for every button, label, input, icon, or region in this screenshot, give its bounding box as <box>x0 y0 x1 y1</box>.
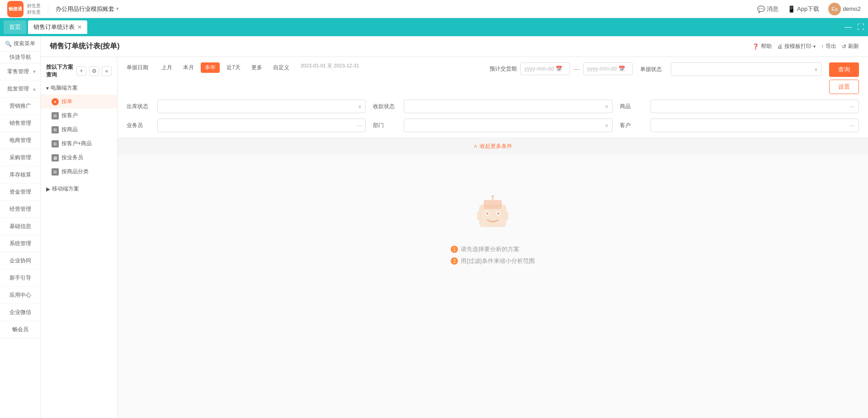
template-print-btn[interactable]: 🖨 按模板打印 ▾ <box>777 43 816 50</box>
sidebar-item-wechat[interactable]: 企业微信 <box>0 304 40 321</box>
sidebar-item-enterprise[interactable]: 企业协同 <box>0 252 40 270</box>
expected-date-field: 预计交货期 yyyy-mm-dd 📅 — yyyy-mm-dd 📅 <box>490 62 633 75</box>
scheme-settings-btn[interactable]: ⚙ <box>89 66 99 76</box>
message-icon: 💬 <box>757 5 765 13</box>
refresh-btn[interactable]: ↺ 刷新 <box>842 43 859 50</box>
scheme-item-by-category[interactable]: ⊞ 按商品分类 <box>41 165 117 179</box>
ship-status-arrow: ∨ <box>358 104 362 109</box>
sidebar-nav[interactable]: 快捷导航 <box>0 52 40 63</box>
empty-tip-2: 2 用[过滤]条件来缩小分析范围 <box>451 257 534 265</box>
sidebar-item-wholesale[interactable]: 批发管理 ▲ <box>0 81 40 98</box>
empty-state: 1 请先选择要分析的方案 2 用[过滤]条件来缩小分析范围 <box>118 155 868 301</box>
sidebar-item-purchase[interactable]: 采购管理 <box>0 149 40 166</box>
sidebar-item-newbie[interactable]: 新手引导 <box>0 270 40 287</box>
date-btn-7days[interactable]: 近7天 <box>222 62 245 73</box>
scheme-item-by-product[interactable]: ⊞ 按商品 <box>41 123 117 137</box>
action-buttons: 查询 设置 <box>829 62 859 94</box>
tab-sales-order-stats[interactable]: 销售订单统计表 ✕ <box>28 20 87 34</box>
collapse-bar[interactable]: ∧ 收起更多条件 <box>118 138 868 155</box>
calendar-icon-to: 📅 <box>618 66 625 72</box>
filter-top: 单据日期 上月 本月 本年 近7天 更多 自定义 2023-01-0 <box>118 57 868 138</box>
avatar: Ea <box>828 3 841 15</box>
scheme-item-by-salesperson[interactable]: ▦ 按业务员 <box>41 151 117 165</box>
salesperson-select[interactable]: ··· <box>157 119 366 132</box>
collapse-arrow: ∧ <box>473 143 479 149</box>
svg-rect-8 <box>477 211 481 220</box>
export-btn[interactable]: ↑ 导出 <box>821 43 836 50</box>
sidebar-item-marketing[interactable]: 营销推广 <box>0 98 40 115</box>
tab-maximize-btn[interactable]: ⛶ <box>857 23 864 31</box>
sidebar-item-finance[interactable]: 资金管理 <box>0 184 40 201</box>
sidebar-item-basic[interactable]: 基础信息 <box>0 218 40 235</box>
query-button[interactable]: 查询 <box>829 62 859 77</box>
sidebar-arrow-retail: ▼ <box>32 69 37 74</box>
scheme-item-by-order[interactable]: ● 按单 <box>41 95 117 109</box>
product-field: 商品 ··· <box>620 100 859 113</box>
export-icon: ↑ <box>821 43 824 50</box>
order-status-select[interactable]: ∨ <box>671 62 822 76</box>
empty-illustration <box>470 191 515 236</box>
search-icon: 🔍 <box>5 41 12 47</box>
sidebar-item-ecommerce[interactable]: 电商管理 <box>0 132 40 149</box>
help-btn[interactable]: ❓ 帮助 <box>752 43 772 50</box>
scheme-pc-section[interactable]: ▾ 电脑端方案 <box>41 81 117 95</box>
department-arrow: ∨ <box>605 123 609 128</box>
ship-status-select[interactable]: ∨ <box>157 100 366 113</box>
empty-tips: 1 请先选择要分析的方案 2 用[过滤]条件来缩小分析范围 <box>451 245 534 265</box>
scheme-item-by-customer[interactable]: ⊞ 按客户 <box>41 109 117 123</box>
download-icon: 📱 <box>788 5 795 13</box>
message-btn[interactable]: 💬 消息 <box>757 5 778 13</box>
tab-bar: 首页 销售订单统计表 ✕ — ⛶ <box>0 18 868 36</box>
svg-rect-9 <box>505 211 509 220</box>
refresh-icon: ↺ <box>842 43 846 50</box>
product-select[interactable]: ··· <box>651 100 859 113</box>
scheme-icon-by-product: ⊞ <box>52 126 59 133</box>
app-download-btn[interactable]: 📱 App下载 <box>788 5 819 13</box>
sidebar-arrow-wholesale: ▲ <box>32 86 37 91</box>
scheme-item-by-customer-product[interactable]: ⊞ 按客户+商品 <box>41 137 117 151</box>
sidebar-item-member[interactable]: 畅会员 <box>0 321 40 338</box>
department-select[interactable]: ∨ <box>404 119 612 132</box>
tab-close-btn[interactable]: ✕ <box>77 24 82 30</box>
payment-status-select[interactable]: ∨ <box>404 100 612 113</box>
date-btn-more[interactable]: 更多 <box>247 62 266 73</box>
department-field: 部门 ∨ <box>373 119 612 132</box>
date-btn-this-year[interactable]: 本年 <box>201 62 220 73</box>
scheme-collapse-btn[interactable]: « <box>102 66 112 76</box>
salesperson-dots: ··· <box>357 122 362 129</box>
tab-minimize-btn[interactable]: — <box>844 23 852 31</box>
top-bar-left: 畅捷通 好生意 好生意 办公用品行业模拟账套 ▾ <box>7 1 119 17</box>
settings-button[interactable]: 设置 <box>829 80 859 94</box>
body-area: 按以下方案查询 + ⚙ « ▾ 电脑端方案 ● 按单 <box>41 57 868 418</box>
scheme-icon-by-customer: ⊞ <box>52 112 59 119</box>
single-date-field: 单据日期 上月 本月 本年 近7天 更多 自定义 <box>127 62 293 73</box>
customer-select[interactable]: ··· <box>651 119 859 132</box>
date-btn-last-month[interactable]: 上月 <box>157 62 176 73</box>
sidebar-item-app-center[interactable]: 应用中心 <box>0 287 40 304</box>
scheme-add-btn[interactable]: + <box>76 66 86 76</box>
expected-date-from[interactable]: yyyy-mm-dd 📅 <box>520 62 570 75</box>
sidebar-item-sales[interactable]: 销售管理 <box>0 115 40 132</box>
sidebar-item-inventory[interactable]: 库存核算 <box>0 166 40 184</box>
filter-right: 单据日期 上月 本月 本年 近7天 更多 自定义 2023-01-0 <box>118 57 868 418</box>
sidebar-item-retail[interactable]: 零售管理 ▼ <box>0 63 40 81</box>
标板员: 好生意 <box>27 9 41 15</box>
date-btn-custom[interactable]: 自定义 <box>269 62 293 73</box>
user-profile[interactable]: Ea demo2 <box>828 3 861 15</box>
payment-status-arrow: ∨ <box>605 104 609 109</box>
app-title-display[interactable]: 办公用品行业模拟账套 ▾ <box>56 5 119 13</box>
tab-home[interactable]: 首页 <box>4 20 26 34</box>
date-btn-this-month[interactable]: 本月 <box>179 62 198 73</box>
scheme-mobile-section[interactable]: ▶ 移动端方案 <box>41 182 117 195</box>
sidebar-item-system[interactable]: 系统管理 <box>0 235 40 252</box>
print-icon: 🖨 <box>777 43 783 50</box>
scheme-icon-by-order: ● <box>52 98 59 105</box>
expected-date-to[interactable]: yyyy-mm-dd 📅 <box>583 62 633 75</box>
svg-point-7 <box>491 195 494 198</box>
top-bar-right: 💬 消息 📱 App下载 Ea demo2 <box>757 3 861 15</box>
page-title: 销售订单统计表(按单) <box>50 42 120 57</box>
sidebar-item-operations[interactable]: 经营管理 <box>0 201 40 218</box>
svg-point-5 <box>497 213 500 215</box>
help-icon: ❓ <box>752 43 759 50</box>
sidebar-search[interactable]: 🔍 搜索菜单 <box>0 36 40 52</box>
